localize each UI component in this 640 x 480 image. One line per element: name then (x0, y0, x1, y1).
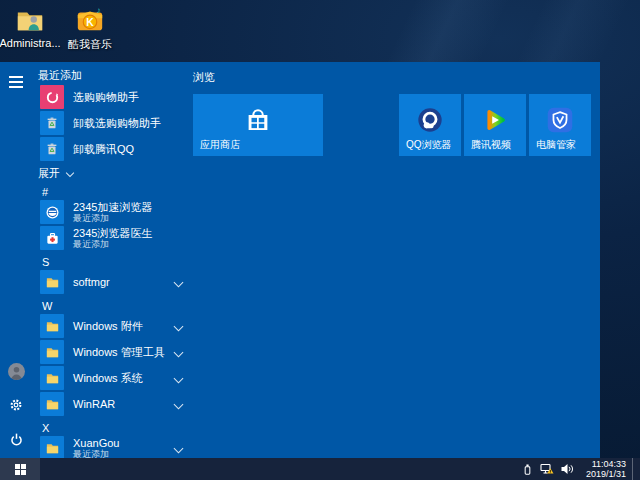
app-item-shopping-assistant[interactable]: 选购购物助手 (36, 84, 194, 110)
app-item-xuangou[interactable]: XuanGou 最近添加 (36, 435, 194, 458)
uninstall-trash-icon (40, 137, 64, 161)
uninstall-trash-icon (40, 111, 64, 135)
section-letter-w[interactable]: W (36, 299, 194, 313)
desktop: Administra... K ♪ 酷我音乐 (0, 0, 640, 480)
svg-text:K: K (86, 17, 94, 28)
app-item-label: WinRAR (73, 398, 115, 410)
tile-tencent-video[interactable]: 腾讯视频 (464, 94, 526, 156)
folder-icon (40, 366, 64, 390)
chevron-down-icon[interactable] (174, 443, 184, 453)
app-item-label: Windows 管理工具 (73, 345, 165, 360)
settings-gear-icon[interactable] (7, 396, 25, 414)
tile-app-store[interactable]: 应用商店 (193, 94, 323, 156)
chevron-down-icon[interactable] (174, 399, 184, 409)
app-item-label: XuanGou (73, 437, 119, 449)
tile-label: 应用商店 (200, 138, 240, 152)
rail-bottom (7, 362, 25, 448)
folder-icon (40, 270, 64, 294)
volume-icon[interactable] (560, 462, 574, 476)
app-item-uninstall-tencent-qq[interactable]: 卸载腾讯QQ (36, 136, 194, 162)
windows-logo-icon (15, 464, 26, 475)
shopping-assistant-icon (40, 85, 64, 109)
app-item-meta: XuanGou 最近添加 (73, 437, 119, 458)
app-item-windows-accessories[interactable]: Windows 附件 (36, 313, 194, 339)
desktop-icon-label: Administra... (0, 37, 61, 49)
chevron-down-icon[interactable] (174, 373, 184, 383)
app-item-windows-system[interactable]: Windows 系统 (36, 365, 194, 391)
svg-text:♪: ♪ (97, 5, 101, 15)
network-warning-icon[interactable] (540, 462, 554, 476)
folder-icon (40, 314, 64, 338)
folder-icon (40, 340, 64, 364)
start-button[interactable] (0, 458, 40, 480)
tile-label: QQ浏览器 (406, 138, 452, 152)
start-menu-rail (0, 62, 32, 458)
folder-icon (40, 436, 64, 458)
desktop-icon-label: 酷我音乐 (68, 37, 112, 52)
app-item-subtitle: 最近添加 (73, 449, 119, 458)
app-item-label: Windows 附件 (73, 319, 143, 334)
section-letter-x[interactable]: X (36, 421, 194, 435)
app-list: 最近添加 选购购物助手 (36, 66, 194, 458)
usb-device-icon[interactable] (520, 462, 534, 476)
app-item-label: Windows 系统 (73, 371, 143, 386)
2345-browser-icon (40, 200, 64, 224)
section-letter-s[interactable]: S (36, 255, 194, 269)
app-item-subtitle: 最近添加 (73, 213, 152, 223)
taskbar-clock[interactable]: 11:04:33 2019/1/31 (580, 459, 626, 479)
chevron-down-icon[interactable] (174, 277, 184, 287)
app-item-winrar[interactable]: WinRAR (36, 391, 194, 417)
start-menu: 最近添加 选购购物助手 (0, 62, 600, 458)
tile-pc-manager[interactable]: 电脑管家 (529, 94, 591, 156)
app-item-label: 卸载腾讯QQ (73, 142, 134, 157)
system-tray: 11:04:33 2019/1/31 (520, 458, 640, 480)
app-item-softmgr[interactable]: softmgr (36, 269, 194, 295)
app-item-2345-speed-browser[interactable]: 2345加速浏览器 最近添加 (36, 199, 194, 225)
hamburger-menu-icon[interactable] (9, 76, 23, 88)
app-item-windows-admin-tools[interactable]: Windows 管理工具 (36, 339, 194, 365)
app-item-uninstall-shopping-assistant[interactable]: 卸载选购购物助手 (36, 110, 194, 136)
chevron-down-icon[interactable] (174, 321, 184, 331)
app-item-meta: 2345加速浏览器 最近添加 (73, 201, 152, 223)
app-item-label: 2345浏览器医生 (73, 227, 152, 239)
tile-label: 电脑管家 (536, 138, 576, 152)
user-folder-icon (14, 4, 46, 36)
expand-label: 展开 (38, 166, 60, 181)
chevron-down-icon[interactable] (174, 347, 184, 357)
medkit-icon (40, 226, 64, 250)
expand-button[interactable]: 展开 (38, 165, 194, 181)
app-item-label: 卸载选购购物助手 (73, 116, 161, 131)
desktop-icon-kuwo-music[interactable]: K ♪ 酷我音乐 (64, 4, 116, 52)
power-icon[interactable] (7, 430, 25, 448)
desktop-icon-area: Administra... K ♪ 酷我音乐 (4, 4, 116, 52)
chevron-down-icon (66, 169, 74, 177)
app-item-subtitle: 最近添加 (73, 239, 152, 249)
clock-date: 2019/1/31 (580, 469, 626, 479)
taskbar: 11:04:33 2019/1/31 (0, 458, 640, 480)
user-avatar[interactable] (7, 362, 25, 380)
tile-qq-browser[interactable]: QQ浏览器 (399, 94, 461, 156)
recent-header: 最近添加 (38, 68, 194, 82)
desktop-icon-administrator[interactable]: Administra... (4, 4, 56, 52)
folder-icon (40, 392, 64, 416)
clock-time: 11:04:33 (580, 459, 626, 469)
app-item-label: 选购购物助手 (73, 90, 139, 105)
tile-group-label[interactable]: 浏览 (193, 70, 215, 85)
tile-label: 腾讯视频 (471, 138, 511, 152)
app-item-meta: 2345浏览器医生 最近添加 (73, 227, 152, 249)
section-letter-hash[interactable]: # (36, 185, 194, 199)
kuwo-music-icon: K ♪ (74, 4, 106, 36)
show-desktop-button[interactable] (632, 458, 637, 480)
app-item-label: softmgr (73, 276, 110, 288)
app-item-2345-browser-doctor[interactable]: 2345浏览器医生 最近添加 (36, 225, 194, 251)
app-item-label: 2345加速浏览器 (73, 201, 152, 213)
